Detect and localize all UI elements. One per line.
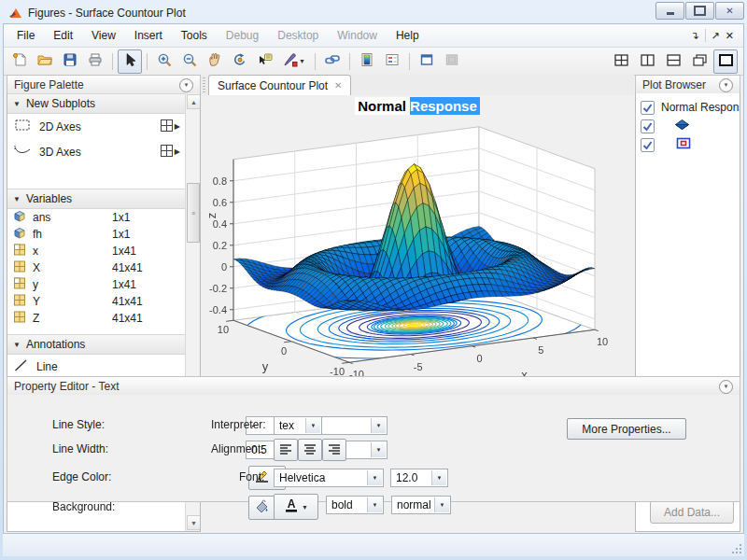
- collapse-panel-button[interactable]: ▼: [719, 380, 733, 394]
- minimize-button[interactable]: [655, 2, 684, 20]
- interpreter-label: Interpreter:: [211, 418, 266, 431]
- font-family-value: Helvetica: [279, 471, 325, 484]
- chevron-down-icon: ▼: [367, 470, 382, 485]
- print-button[interactable]: [83, 49, 107, 74]
- plot-browser-row-surface[interactable]: [636, 117, 740, 135]
- brush-icon: [283, 52, 298, 71]
- hide-plot-tools-button[interactable]: [415, 49, 439, 74]
- font-family-combo[interactable]: Helvetica▼: [274, 469, 384, 487]
- menu-tools[interactable]: Tools: [172, 26, 217, 45]
- maximize-button[interactable]: [685, 2, 714, 20]
- maximize-icon: [694, 6, 706, 16]
- close-button[interactable]: ✕: [715, 2, 744, 20]
- menu-file[interactable]: File: [7, 26, 44, 45]
- tile-grid-icon: [614, 53, 628, 70]
- insert-legend-button[interactable]: [380, 49, 404, 74]
- cascade-windows-button[interactable]: [687, 49, 712, 74]
- variable-row-x[interactable]: x1x41: [7, 243, 186, 259]
- insert-colorbar-button[interactable]: [355, 49, 379, 74]
- add-data-button[interactable]: Add Data...: [650, 500, 734, 524]
- align-left-icon: [279, 441, 292, 458]
- pan-button[interactable]: [203, 49, 227, 74]
- scroll-up-button[interactable]: ▲: [187, 94, 201, 109]
- variable-row-X[interactable]: X41x41: [7, 259, 186, 276]
- font-color-button[interactable]: A▼: [274, 494, 318, 520]
- resize-grip[interactable]: [731, 543, 742, 554]
- zoom-in-button[interactable]: [152, 49, 176, 74]
- menu-view[interactable]: View: [82, 26, 125, 45]
- font-weight-combo[interactable]: bold▼: [326, 496, 384, 514]
- maximize-tile-button[interactable]: [713, 49, 738, 74]
- link-plot-button[interactable]: [320, 49, 345, 74]
- variable-row-ans[interactable]: ans1x1: [7, 209, 186, 226]
- plot-browser-row-axes[interactable]: Normal Respons: [636, 98, 740, 117]
- save-figure-button[interactable]: [58, 49, 82, 74]
- collapse-panel-button[interactable]: ▼: [719, 78, 733, 92]
- tab-surface-contour-plot[interactable]: Surface Countour Plot ✕: [208, 75, 351, 95]
- surface-checkbox[interactable]: [641, 119, 655, 133]
- brush-data-button[interactable]: ▼: [278, 49, 310, 74]
- plot-browser-row-contour[interactable]: [636, 135, 740, 154]
- axes-2d-icon: [13, 118, 32, 135]
- variable-row-Z[interactable]: Z41x41: [7, 310, 186, 327]
- align-center-icon: [303, 441, 317, 458]
- contour-checkbox[interactable]: [641, 138, 655, 152]
- font-size-combo[interactable]: 12.0▼: [390, 469, 448, 487]
- align-left-button[interactable]: [274, 439, 298, 461]
- palette-item-2d-axes[interactable]: 2D Axes ▶: [7, 114, 186, 139]
- align-right-button[interactable]: [322, 439, 346, 461]
- single-tile-icon: [719, 53, 733, 70]
- menu-debug[interactable]: Debug: [217, 26, 268, 45]
- expand-arrow-icon[interactable]: ▶: [175, 147, 180, 156]
- tile-grid-button[interactable]: [609, 49, 633, 74]
- collapse-panel-button[interactable]: ▼: [179, 78, 193, 92]
- tile-columns-button[interactable]: [635, 49, 659, 74]
- scrollbar-thumb[interactable]: ≡: [187, 183, 200, 243]
- interpreter-combo[interactable]: tex▼: [274, 416, 322, 435]
- tab-close-icon[interactable]: ✕: [334, 80, 342, 91]
- menu-edit[interactable]: Edit: [44, 26, 82, 45]
- variable-row-fh[interactable]: fh1x1: [7, 226, 186, 243]
- toolbar-separator: [147, 53, 148, 70]
- menu-help[interactable]: Help: [387, 26, 429, 45]
- menu-insert[interactable]: Insert: [125, 26, 172, 45]
- menu-window[interactable]: Window: [328, 26, 387, 45]
- surface-plot-canvas[interactable]: [203, 119, 630, 401]
- title-bar[interactable]: Figures - Surface Countour Plot: [3, 3, 744, 23]
- expand-arrow-icon[interactable]: ▶: [175, 122, 180, 131]
- undock-icon[interactable]: ↗: [712, 30, 720, 42]
- section-variables[interactable]: ▼Variables: [7, 189, 186, 209]
- variable-row-y[interactable]: y1x41: [7, 276, 186, 293]
- edit-plot-button[interactable]: [118, 49, 142, 74]
- rotate-3d-button[interactable]: [228, 49, 252, 74]
- tab-grip[interactable]: [203, 77, 205, 94]
- font-angle-combo[interactable]: normal▼: [391, 496, 451, 514]
- align-center-button[interactable]: [298, 439, 322, 461]
- scroll-down-button[interactable]: ▼: [187, 515, 201, 530]
- subplot-grid-icon[interactable]: [161, 145, 173, 160]
- data-cursor-button[interactable]: [253, 49, 277, 74]
- matrix-icon: [13, 243, 26, 259]
- subplot-grid-icon[interactable]: [161, 119, 173, 134]
- zoom-out-button[interactable]: [177, 49, 202, 74]
- variable-row-Y[interactable]: Y41x41: [7, 293, 186, 310]
- section-label: Annotations: [26, 338, 85, 351]
- open-file-button[interactable]: [33, 49, 57, 74]
- alignment-label: Alignment:: [211, 442, 264, 455]
- more-properties-button[interactable]: More Properties...: [567, 418, 686, 440]
- new-document-icon: [12, 52, 27, 71]
- dock-figure-icon[interactable]: ↴: [690, 30, 698, 42]
- new-figure-button[interactable]: [7, 49, 32, 74]
- plot-title-selected-text: Response: [410, 97, 480, 115]
- section-annotations[interactable]: ▼Annotations: [7, 334, 186, 355]
- close-figure-icon[interactable]: ✕: [726, 30, 734, 42]
- section-new-subplots[interactable]: ▼New Subplots: [7, 93, 186, 114]
- surface-icon: [674, 118, 690, 134]
- palette-item-3d-axes[interactable]: 3D Axes ▶: [7, 139, 186, 164]
- variable-dims: 41x41: [112, 312, 143, 325]
- plot-title[interactable]: Normal Response: [201, 98, 634, 114]
- tile-rows-button[interactable]: [661, 49, 685, 74]
- axes-checkbox[interactable]: [641, 101, 655, 115]
- menu-desktop[interactable]: Desktop: [268, 26, 328, 45]
- variable-name: Y: [33, 295, 40, 308]
